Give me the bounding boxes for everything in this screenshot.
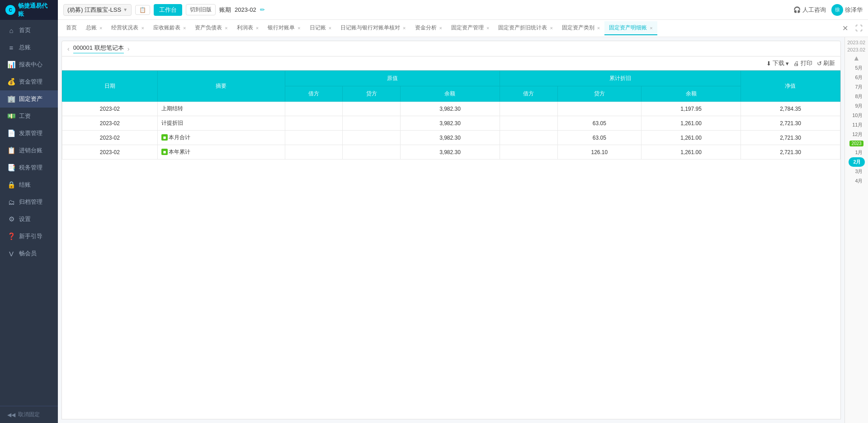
timeline-month-12[interactable]: 12月 — [849, 130, 865, 139]
close-icon[interactable]: × — [183, 25, 186, 31]
tab-fixed-type[interactable]: 固定资产类别 × — [557, 21, 604, 35]
timeline-month-1[interactable]: 1月 — [849, 148, 865, 157]
col-date: 日期 — [62, 71, 158, 102]
tab-label: 固定资产明细账 — [609, 24, 647, 32]
cell-summary: 计提折旧 — [157, 116, 285, 131]
tab-fixed-deprec[interactable]: 固定资产折旧统计表 × — [494, 21, 557, 35]
close-icon[interactable]: × — [403, 25, 406, 31]
tab-maximize-button[interactable]: ⛶ — [854, 23, 864, 34]
tab-receivable[interactable]: 应收账龄表 × — [149, 21, 190, 35]
tab-profit[interactable]: 利润表 × — [232, 21, 263, 35]
period-value: 2023-02 — [235, 6, 256, 13]
close-icon[interactable]: × — [650, 25, 652, 31]
download-button[interactable]: ⬇ 下载 ▾ — [766, 59, 789, 67]
tab-label: 资金分析 — [415, 24, 437, 32]
timeline-month-9[interactable]: 9月 — [849, 101, 865, 111]
content-area: ‹ 000001 联想笔记本 › ⬇ 下载 ▾ 🖨 打印 ↺ 刷新 — [58, 37, 868, 423]
sidebar-item-guide[interactable]: ❓ 新手引导 — [0, 228, 58, 245]
close-icon[interactable]: × — [439, 25, 442, 31]
close-icon[interactable]: × — [256, 25, 259, 31]
print-icon: 🖨 — [793, 60, 799, 67]
cell-dep-balance: 1,197.95 — [642, 102, 741, 116]
copy-button[interactable]: 📋 — [135, 5, 150, 15]
tab-journal-bank[interactable]: 日记账与银行对账单核对 × — [336, 21, 410, 35]
forward-arrow-button[interactable]: › — [127, 45, 130, 52]
sidebar-item-payroll[interactable]: 💵 工资 — [0, 108, 58, 125]
timeline-month-6[interactable]: 6月 — [849, 73, 865, 82]
timeline-month-11[interactable]: 11月 — [849, 120, 865, 130]
timeline-year-top2: 2023.02 — [845, 46, 868, 53]
fixed-assets-icon: 🏢 — [7, 95, 15, 103]
sidebar-item-reports[interactable]: 📊 报表中心 — [0, 56, 58, 73]
tab-fixed-detail[interactable]: 固定资产明细账 × — [604, 21, 657, 35]
tab-bank-statement[interactable]: 银行对账单 × — [263, 21, 305, 35]
close-icon[interactable]: × — [297, 25, 300, 31]
sidebar-item-tax[interactable]: 📑 税务管理 — [0, 159, 58, 176]
print-button[interactable]: 🖨 打印 — [793, 59, 812, 67]
old-version-button[interactable]: 切到旧版 — [186, 4, 216, 15]
tab-operations[interactable]: 经营状况表 × — [107, 21, 148, 35]
period-prefix: 账期 — [219, 6, 231, 14]
cell-orig-balance: 3,982.30 — [401, 145, 500, 160]
timeline-month-4[interactable]: 4月 — [849, 176, 865, 186]
sidebar-item-closing[interactable]: 🔒 结账 — [0, 176, 58, 193]
sidebar-item-label: 新手引导 — [19, 232, 42, 240]
tab-label: 银行对账单 — [268, 24, 295, 32]
logo-icon: C — [5, 5, 15, 15]
close-icon[interactable]: × — [550, 25, 552, 31]
service-button[interactable]: 🎧 人工咨询 — [793, 6, 826, 14]
timeline-month-8[interactable]: 8月 — [849, 92, 865, 101]
sidebar-item-label: 发票管理 — [19, 129, 42, 137]
company-chevron-icon: ▼ — [123, 7, 127, 12]
tab-close-all-button[interactable]: ✕ — [840, 22, 850, 34]
timeline-month-10[interactable]: 10月 — [849, 111, 865, 120]
user-menu[interactable]: 徐 徐泽华 — [831, 4, 863, 16]
sidebar-item-label: 工资 — [19, 112, 31, 120]
back-arrow-button[interactable]: ‹ — [67, 45, 70, 52]
cell-dep-debit — [500, 116, 557, 131]
tab-home[interactable]: 首页 — [61, 21, 81, 35]
timeline-month-7[interactable]: 7月 — [849, 82, 865, 92]
sidebar-item-funds[interactable]: 💰 资金管理 — [0, 73, 58, 90]
sidebar-logo: C 畅捷通易代账 — [0, 0, 58, 20]
cell-orig-debit — [285, 145, 343, 160]
sidebar-item-fixed-assets[interactable]: 🏢 固定资产 — [0, 90, 58, 108]
close-icon[interactable]: × — [329, 25, 331, 31]
sidebar-item-member[interactable]: V 畅会员 — [0, 245, 58, 262]
sidebar-item-settings[interactable]: ⚙ 设置 — [0, 211, 58, 228]
sidebar-item-home[interactable]: ⌂ 首页 — [0, 22, 58, 39]
tab-label: 固定资产折旧统计表 — [498, 24, 547, 32]
tab-journal[interactable]: 日记账 × — [305, 21, 336, 35]
refresh-button[interactable]: ↺ 刷新 — [817, 59, 835, 67]
refresh-label: 刷新 — [823, 59, 835, 67]
timeline-month-5[interactable]: 5月 — [849, 63, 865, 73]
sidebar-item-invoice[interactable]: 📄 发票管理 — [0, 125, 58, 142]
sidebar-item-ledger[interactable]: ≡ 总账 — [0, 39, 58, 56]
tab-funds-analysis[interactable]: 资金分析 × — [410, 21, 447, 35]
timeline-up-button[interactable]: ▲ — [853, 54, 860, 62]
company-selector[interactable]: (劝募) 江西服宝-LSS ▼ — [63, 4, 132, 16]
close-icon[interactable]: × — [225, 25, 227, 31]
sidebar-unpin[interactable]: ◀◀ 取消固定 — [0, 406, 58, 423]
timeline-month-3[interactable]: 3月 — [849, 167, 865, 176]
tab-balance[interactable]: 资产负债表 × — [190, 21, 232, 35]
cell-dep-balance: 1,261.00 — [642, 116, 741, 131]
close-icon[interactable]: × — [99, 25, 102, 31]
col-dep-credit: 贷方 — [557, 86, 641, 102]
close-icon[interactable]: × — [597, 25, 600, 31]
sidebar-item-sales[interactable]: 📋 进销台账 — [0, 142, 58, 159]
cell-summary: 上期结转 — [157, 102, 285, 116]
cell-dep-debit — [500, 131, 557, 145]
sidebar-item-archive[interactable]: 🗂 归档管理 — [0, 193, 58, 211]
col-group-original: 原值 — [285, 71, 500, 86]
close-icon[interactable]: × — [486, 25, 489, 31]
tab-ledger[interactable]: 总账 × — [81, 21, 107, 35]
timeline-month-2-active[interactable]: 2月 — [849, 157, 865, 167]
period-edit-icon[interactable]: ✏ — [260, 6, 265, 13]
tab-fixed-mgmt[interactable]: 固定资产管理 × — [447, 21, 494, 35]
cell-summary: ■本年累计 — [157, 145, 285, 160]
sales-icon: 📋 — [7, 146, 15, 155]
workbench-button[interactable]: 工作台 — [154, 4, 182, 16]
close-icon[interactable]: × — [141, 25, 144, 31]
tab-label: 首页 — [66, 24, 77, 32]
